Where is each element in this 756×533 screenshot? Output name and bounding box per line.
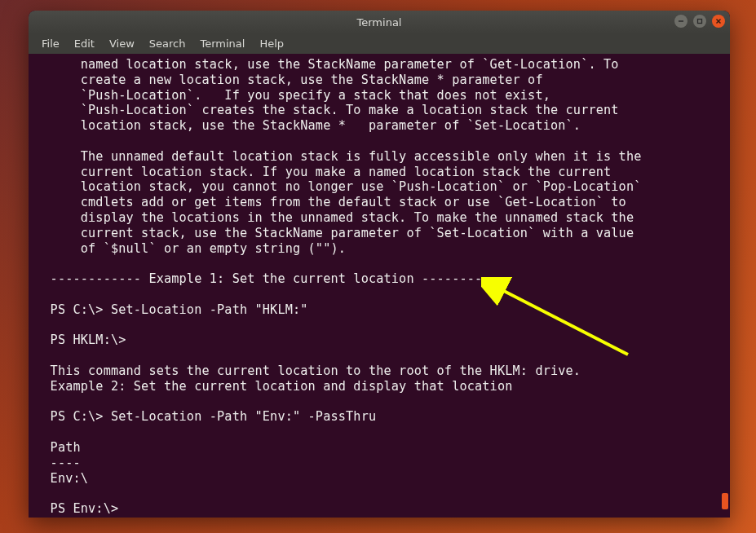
maximize-icon [696, 18, 703, 24]
menu-view[interactable]: View [103, 35, 141, 52]
menubar: File Edit View Search Terminal Help [29, 33, 730, 54]
minimize-icon [678, 18, 684, 24]
menu-terminal[interactable]: Terminal [193, 35, 251, 52]
window-title: Terminal [357, 16, 402, 29]
terminal-window: Terminal File Edit View Search Terminal … [29, 11, 730, 518]
menu-search[interactable]: Search [143, 35, 192, 52]
minimize-button[interactable] [674, 15, 687, 28]
titlebar[interactable]: Terminal [29, 11, 730, 33]
maximize-button[interactable] [693, 15, 706, 28]
scrollbar-thumb[interactable] [722, 493, 728, 509]
terminal-body[interactable]: named location stack, use the StackName … [29, 54, 730, 518]
terminal-output: named location stack, use the StackName … [35, 57, 723, 517]
menu-file[interactable]: File [35, 35, 66, 52]
close-icon [715, 18, 722, 24]
scrollbar[interactable] [720, 54, 728, 518]
svg-rect-1 [698, 20, 702, 24]
window-controls [674, 15, 725, 28]
close-button[interactable] [712, 15, 725, 28]
menu-help[interactable]: Help [253, 35, 290, 52]
menu-edit[interactable]: Edit [68, 35, 101, 52]
